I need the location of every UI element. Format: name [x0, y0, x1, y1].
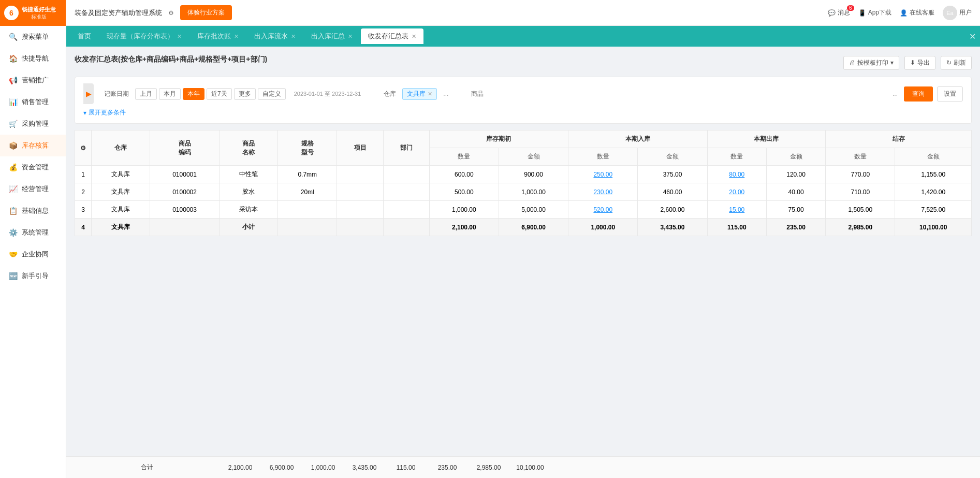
date-btn-7days[interactable]: 近7天: [207, 88, 232, 100]
tab-batch-close[interactable]: ✕: [234, 33, 239, 40]
row-in-qty[interactable]: 520.00: [568, 201, 638, 219]
sidebar-item-search[interactable]: 🔍 搜索菜单: [0, 26, 66, 48]
row-spec: 20ml: [278, 183, 337, 201]
row-dept: [383, 166, 429, 183]
gear-icon[interactable]: ⚙: [168, 9, 174, 17]
sidebar-item-sales[interactable]: 📊 销售管理: [0, 91, 66, 113]
filter-actions: 查询 设置: [904, 86, 963, 102]
row-name: 小计: [220, 219, 278, 236]
date-btn-last-month[interactable]: 上月: [135, 88, 157, 100]
row-in-amt: 375.00: [638, 166, 707, 183]
warehouse-label: 仓库: [384, 90, 396, 98]
filter-card: ▶ 记账日期 上月 本月 本年 近7天 更多 自定义 2023-01-01 至 …: [75, 77, 972, 124]
col-in-header: 本期入库: [568, 131, 707, 148]
tab-recv-send-close[interactable]: ✕: [412, 33, 416, 40]
messages-action[interactable]: 💬 消息 6: [828, 8, 850, 17]
sidebar-item-system[interactable]: ⚙️ 系统管理: [0, 222, 66, 243]
main-area: 装备及固定资产辅助管理系统 ⚙ 体验行业方案 💬 消息 6 📱 App下载 👤 …: [66, 0, 980, 478]
tab-stock-dist-close[interactable]: ✕: [177, 33, 182, 40]
topbar: 装备及固定资产辅助管理系统 ⚙ 体验行业方案 💬 消息 6 📱 App下载 👤 …: [66, 0, 980, 26]
finance-icon: 💰: [8, 163, 18, 171]
row-out-qty[interactable]: 15.00: [707, 201, 766, 219]
out-qty-header: 数量: [707, 148, 766, 166]
warehouse-more[interactable]: ...: [443, 90, 448, 97]
tab-stock-dist[interactable]: 现存量（库存分布表） ✕: [99, 28, 189, 44]
print-button[interactable]: 🖨 按模板打印 ▾: [843, 56, 899, 70]
sidebar-item-finance[interactable]: 💰 资金管理: [0, 156, 66, 178]
tab-inout-summary[interactable]: 出入库汇总 ✕: [304, 28, 360, 44]
export-label: 导出: [917, 59, 930, 67]
row-num: 3: [75, 201, 92, 219]
sidebar-item-marketing[interactable]: 📢 营销推广: [0, 69, 66, 91]
col-name-header: 商品名称: [220, 131, 278, 166]
sidebar-item-label: 采购管理: [22, 119, 49, 128]
expand-more-btn[interactable]: ▾ 展开更多条件: [83, 108, 963, 117]
row-out-qty[interactable]: 20.00: [707, 183, 766, 201]
warehouse-tag: 文具库 ✕: [402, 88, 437, 100]
query-button[interactable]: 查询: [904, 86, 933, 102]
date-btn-this-month[interactable]: 本月: [159, 88, 181, 100]
sidebar-item-purchase[interactable]: 🛒 采购管理: [0, 113, 66, 135]
tab-recv-send[interactable]: 收发存汇总表 ✕: [361, 28, 423, 44]
date-btn-custom[interactable]: 自定义: [258, 88, 286, 100]
setting-button[interactable]: 设置: [937, 86, 963, 102]
page-title: 收发存汇总表(按仓库+商品编码+商品+规格型号+项目+部门): [75, 55, 267, 64]
goods-more[interactable]: ...: [893, 90, 898, 97]
expand-label: 展开更多条件: [89, 108, 126, 117]
date-buttons: 上月 本月 本年 近7天 更多 自定义: [135, 88, 286, 100]
tabs-close-all[interactable]: ✕: [969, 32, 976, 41]
goods-label: 商品: [471, 90, 484, 98]
purchase-icon: 🛒: [8, 120, 18, 128]
expand-arrow[interactable]: ▶: [83, 83, 94, 104]
col-settings[interactable]: ⚙: [75, 131, 92, 166]
refresh-label: 刷新: [954, 59, 966, 67]
row-name: 中性笔: [220, 166, 278, 183]
tab-recv-send-label: 收发存汇总表: [368, 32, 408, 41]
row-in-qty[interactable]: 230.00: [568, 183, 638, 201]
print-label: 按模板打印: [857, 59, 888, 67]
export-button[interactable]: ⬇ 导出: [904, 56, 935, 70]
sidebar-item-label: 企业协同: [22, 250, 49, 259]
footer-open-amt: 6,900.00: [261, 464, 302, 471]
messages-badge: 6: [847, 5, 854, 11]
warehouse-tag-close[interactable]: ✕: [428, 91, 432, 97]
sidebar-item-quicknav[interactable]: 🏠 快捷导航: [0, 48, 66, 69]
sidebar-item-operations[interactable]: 📈 经营管理: [0, 178, 66, 200]
row-out-amt: 120.00: [766, 166, 825, 183]
sidebar-item-collab[interactable]: 🤝 企业协同: [0, 243, 66, 265]
col-out-header: 本期出库: [707, 131, 826, 148]
row-open-amt: 900.00: [499, 166, 568, 183]
service-icon: 👤: [900, 9, 908, 17]
row-dept: [383, 183, 429, 201]
collab-icon: 🤝: [8, 250, 18, 258]
date-btn-more[interactable]: 更多: [234, 88, 256, 100]
sidebar-item-guide[interactable]: 🆕 新手引导: [0, 265, 66, 287]
row-in-amt: 460.00: [638, 183, 707, 201]
tab-batch[interactable]: 库存批次账 ✕: [190, 28, 246, 44]
row-close-amt: 1,420.00: [895, 183, 972, 201]
tab-home[interactable]: 首页: [70, 28, 98, 44]
online-service-label: 在线客服: [910, 8, 934, 17]
tab-inout-flow-close[interactable]: ✕: [291, 33, 296, 40]
row-out-qty[interactable]: 80.00: [707, 166, 766, 183]
online-service-action[interactable]: 👤 在线客服: [900, 8, 934, 17]
tab-inout-flow[interactable]: 出入库流水 ✕: [247, 28, 303, 44]
sidebar-item-basic[interactable]: 📋 基础信息: [0, 200, 66, 222]
row-spec: 0.7mm: [278, 166, 337, 183]
app-download-action[interactable]: 📱 App下载: [858, 8, 891, 17]
tab-inout-summary-close[interactable]: ✕: [348, 33, 353, 40]
row-dept: [383, 201, 429, 219]
sidebar-item-inventory[interactable]: 📦 库存核算: [0, 135, 66, 156]
row-num: 2: [75, 183, 92, 201]
footer-label: 合计: [75, 463, 220, 472]
col-project-header: 项目: [337, 131, 383, 166]
trial-button[interactable]: 体验行业方案: [180, 5, 232, 20]
row-spec: [278, 201, 337, 219]
row-in-qty[interactable]: 250.00: [568, 166, 638, 183]
date-btn-this-year[interactable]: 本年: [183, 88, 204, 100]
opening-qty-header: 数量: [429, 148, 499, 166]
basic-icon: 📋: [8, 207, 18, 215]
chevron-down-icon: ▾: [890, 59, 894, 66]
refresh-button[interactable]: ↻ 刷新: [941, 56, 972, 70]
user-action[interactable]: Ea 用户: [943, 6, 972, 20]
